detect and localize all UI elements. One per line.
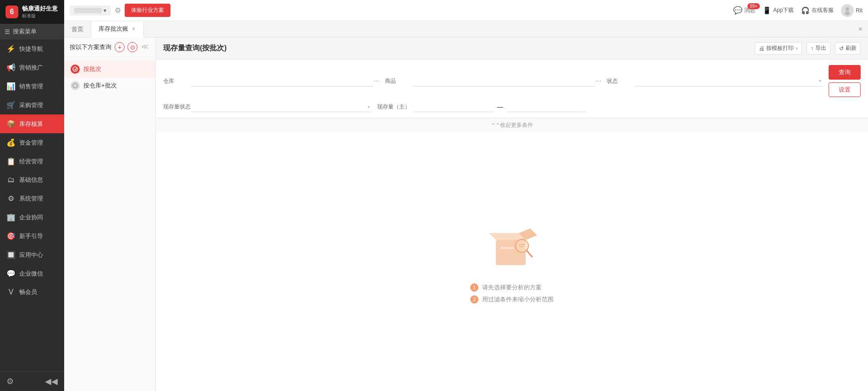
system-icon: ⚙ xyxy=(6,194,16,203)
sidebar-item-label: 系统管理 xyxy=(19,195,43,203)
tab-inventory-batch[interactable]: 库存批次账 × xyxy=(91,22,144,38)
inventory-qty-from[interactable] xyxy=(414,102,493,112)
sales-icon: 📊 xyxy=(6,82,16,91)
left-panel: 按以下方案查询 + ⊙ ≪ 按批次 xyxy=(64,38,156,391)
warehouse-dots[interactable]: ··· xyxy=(374,77,379,85)
sidebar-item-inventory[interactable]: 📦 库存核算 xyxy=(0,114,64,133)
sidebar-item-apps[interactable]: 🔲 应用中心 xyxy=(0,245,64,264)
sidebar-item-system[interactable]: ⚙ 系统管理 xyxy=(0,189,64,208)
export-label: 导出 xyxy=(815,44,826,52)
scheme-item-warehouse-batch[interactable]: 按仓库+批次 xyxy=(64,77,155,94)
sidebar-item-basic-info[interactable]: 🗂 基础信息 xyxy=(0,171,64,189)
add-scheme-btn[interactable]: + xyxy=(115,42,125,52)
collapse-panel-btn[interactable]: ≪ xyxy=(140,42,150,52)
collapse-label: 收起更多条件 xyxy=(500,121,533,129)
sidebar-item-sales[interactable]: 📊 销售管理 xyxy=(0,77,64,96)
scheme-list: 按批次 按仓库+批次 xyxy=(64,57,155,391)
collapse-more-btn[interactable]: ⌃⌃ 收起更多条件 xyxy=(156,118,868,132)
page-title-bar: 现存量查询(按批次) 🖨 按模板打印 ▾ ↑ 导出 ↺ 刷新 xyxy=(156,38,868,60)
inventory-icon: 📦 xyxy=(6,119,16,128)
search-menu-item[interactable]: ☰ 搜索菜单 xyxy=(0,24,64,39)
warehouse-input[interactable] xyxy=(193,78,372,84)
sidebar-item-label: 库存核算 xyxy=(19,120,43,128)
sidebar-collapse-icon[interactable]: ◀◀ xyxy=(45,376,58,386)
sidebar-item-finance[interactable]: 💰 资金管理 xyxy=(0,133,64,152)
inventory-status-wrapper: ▾ xyxy=(191,102,372,112)
sidebar-item-label: 企业微信 xyxy=(19,270,43,278)
inventory-qty-sep: — xyxy=(497,103,503,110)
sidebar-item-vip[interactable]: V 畅会员 xyxy=(0,283,64,301)
page-title-actions: 🖨 按模板打印 ▾ ↑ 导出 ↺ 刷新 xyxy=(755,42,861,54)
page-title: 现存量查询(按批次) xyxy=(163,43,227,53)
trial-btn[interactable]: 体验行业方案 xyxy=(125,4,170,17)
message-icon: 💬 xyxy=(733,6,742,15)
refresh-btn[interactable]: ↺ 刷新 xyxy=(835,42,861,54)
quick-nav-icon: ⚡ xyxy=(6,44,16,53)
inventory-qty-to[interactable] xyxy=(507,102,586,112)
inventory-status-input[interactable] xyxy=(193,103,366,110)
export-btn[interactable]: ↑ 导出 xyxy=(807,42,830,54)
sidebar-item-guide[interactable]: 🎯 新手引导 xyxy=(0,227,64,245)
messages-btn[interactable]: 💬 消息 99+ xyxy=(733,6,755,15)
empty-illustration xyxy=(484,219,539,274)
sidebar-item-label: 采购管理 xyxy=(19,101,43,109)
scheme-item-batch[interactable]: 按批次 xyxy=(64,61,155,77)
inventory-qty-label: 现存量（主） xyxy=(377,103,410,111)
headset-icon: 🎧 xyxy=(801,6,810,15)
filter-settings-btn[interactable]: 设置 xyxy=(829,82,861,97)
topbar-settings-icon[interactable]: ⚙ xyxy=(115,6,121,15)
status-input[interactable] xyxy=(637,78,817,84)
print-btn[interactable]: 🖨 按模板打印 ▾ xyxy=(755,42,802,54)
inventory-status-dropdown[interactable]: ▾ xyxy=(368,104,370,109)
status-dropdown-icon[interactable]: ▾ xyxy=(819,78,821,83)
search-icon: ☰ xyxy=(5,28,10,35)
product-dots[interactable]: ··· xyxy=(595,77,601,85)
business-icon: 📋 xyxy=(6,157,16,166)
sidebar-item-marketing[interactable]: 📢 营销推广 xyxy=(0,58,64,77)
sidebar-item-enterprise[interactable]: 🏢 企业协同 xyxy=(0,208,64,227)
online-service-btn[interactable]: 🎧 在线客服 xyxy=(801,6,834,15)
phone-icon: 📱 xyxy=(763,6,771,15)
online-service-label: 在线客服 xyxy=(812,6,834,14)
print-dropdown-icon[interactable]: ▾ xyxy=(796,46,798,51)
query-btn[interactable]: 查询 xyxy=(829,65,861,80)
user-profile-btn[interactable]: Rit xyxy=(841,4,863,17)
tab-home[interactable]: 首页 xyxy=(64,21,91,37)
left-panel-header: 按以下方案查询 + ⊙ ≪ xyxy=(64,38,155,57)
enterprise-icon: 🏢 xyxy=(6,213,16,222)
sidebar-item-label: 应用中心 xyxy=(19,251,43,259)
scheme-settings-btn[interactable]: ⊙ xyxy=(127,42,137,52)
sidebar-item-quick-nav[interactable]: ⚡ 快捷导航 xyxy=(0,39,64,58)
empty-hints: 1 请先选择要分析的方案 2 用过滤条件来缩小分析范围 xyxy=(470,283,554,304)
scheme-icon-active xyxy=(71,65,80,74)
app-name: 畅康通好生意 xyxy=(22,5,58,13)
inventory-status-label: 现存量状态 xyxy=(163,103,191,111)
hint-num-2: 2 xyxy=(470,295,478,304)
sidebar-item-label: 销售管理 xyxy=(19,82,43,91)
purchase-icon: 🛒 xyxy=(6,101,16,109)
svg-point-0 xyxy=(846,7,849,11)
hint-text-2: 用过滤条件来缩小分析范围 xyxy=(482,295,554,304)
sidebar-item-business[interactable]: 📋 经营管理 xyxy=(0,152,64,171)
app-version: 标准版 xyxy=(22,13,58,19)
topbar: ▾ ⚙ 体验行业方案 💬 消息 99+ 📱 App下载 🎧 在线客服 xyxy=(64,0,868,21)
product-input[interactable] xyxy=(415,78,593,84)
empty-hint-1: 1 请先选择要分析的方案 xyxy=(470,283,554,292)
filter-row-1: 仓库 ··· 商品 ··· 状态 xyxy=(163,65,861,97)
sidebar-item-wechat[interactable]: 💬 企业微信 xyxy=(0,264,64,283)
filter-actions: 查询 设置 xyxy=(829,65,861,97)
wechat-icon: 💬 xyxy=(6,269,16,278)
sidebar-item-label: 新手引导 xyxy=(19,232,43,240)
settings-footer-icon[interactable]: ⚙ xyxy=(6,376,14,386)
global-close-btn[interactable]: × xyxy=(853,25,868,33)
empty-state: 1 请先选择要分析的方案 2 用过滤条件来缩小分析范围 xyxy=(156,132,868,391)
avatar xyxy=(841,4,854,17)
breadcrumb: ▾ xyxy=(70,5,111,16)
sidebar-item-label: 营销推广 xyxy=(19,64,43,72)
tab-close-btn[interactable]: × xyxy=(131,25,136,33)
apps-icon: 🔲 xyxy=(6,250,16,259)
scheme-list-inner: 按批次 按仓库+批次 xyxy=(64,57,155,98)
app-download-btn[interactable]: 📱 App下载 xyxy=(763,6,794,15)
sidebar-item-purchase[interactable]: 🛒 采购管理 xyxy=(0,96,64,114)
scheme-icon-inactive xyxy=(71,81,80,90)
